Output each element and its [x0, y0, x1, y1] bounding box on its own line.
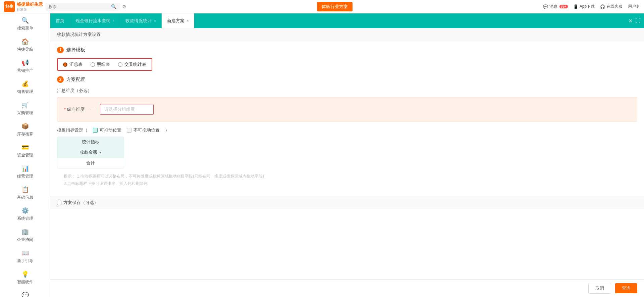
- tab-collection[interactable]: 收款情况统计 ×: [120, 13, 161, 28]
- tab-collection-close[interactable]: ×: [154, 19, 156, 23]
- user-label: 用户名: [628, 4, 640, 9]
- indicator-col: 统计指标 收款金额 ▾ 合计: [57, 137, 124, 168]
- sidebar-item-sales[interactable]: 💰 销售管理: [0, 77, 50, 98]
- tab-cashflow[interactable]: 现金银行流水查询 ×: [70, 13, 120, 28]
- no-drag-legend: 不可拖动位置: [127, 127, 160, 133]
- tab-cashflow-label: 现金银行流水查询: [75, 18, 110, 24]
- sidebar-item-label: 快捷导航: [17, 47, 33, 52]
- drag-legend: 可拖动位置: [93, 127, 121, 133]
- logo: 好生 畅捷通好生意 标准版: [4, 1, 43, 12]
- finance-icon: 💳: [21, 144, 29, 151]
- download-label: App下载: [580, 4, 595, 9]
- indicator-section: 模板指标设定（ 可拖动位置 不可拖动位置 ）: [57, 127, 637, 169]
- sidebar-item-marketing[interactable]: 📢 营销推广: [0, 56, 50, 77]
- page-header: 收款情况统计方案设置: [50, 28, 644, 41]
- sidebar-item-search[interactable]: 🔍 搜索菜单: [0, 13, 50, 35]
- sidebar-item-label: 库存核算: [17, 131, 33, 137]
- sidebar-item-label: 经营管理: [17, 174, 33, 179]
- tab-new-plan-close[interactable]: ×: [186, 19, 189, 23]
- tab-new-plan[interactable]: 新建方案 ×: [162, 13, 194, 28]
- collab-icon: 🏢: [21, 228, 29, 236]
- sidebar-item-guide[interactable]: 📖 新手引导: [0, 246, 50, 267]
- sidebar-item-label: 智能硬件: [17, 279, 33, 285]
- logo-sub: 标准版: [17, 7, 43, 12]
- search-input[interactable]: [49, 4, 111, 9]
- tab-collection-label: 收款情况统计: [125, 18, 152, 24]
- radio-cross-input[interactable]: [118, 62, 122, 67]
- sidebar-item-system[interactable]: ⚙️ 系统管理: [0, 204, 50, 225]
- indicator-setting-label: 模板指标设定（: [57, 127, 88, 133]
- page-header-title: 收款情况统计方案设置: [57, 32, 101, 37]
- sidebar-item-nav[interactable]: 🏠 快捷导航: [0, 35, 50, 56]
- radio-detail-input[interactable]: [91, 62, 95, 67]
- dimension-input[interactable]: 请选择分组维度: [100, 104, 154, 115]
- save-plan-label: 方案保存（可选）: [63, 200, 98, 206]
- search-box[interactable]: 🔍: [46, 3, 119, 10]
- sidebar-item-label: 新手引导: [17, 258, 33, 264]
- sidebar-item-inventory[interactable]: 📦 库存核算: [0, 119, 50, 140]
- sidebar-item-label: 搜索菜单: [17, 26, 33, 31]
- indicator-subrow: 合计: [57, 158, 124, 168]
- tip-line2: 2.点击标题栏下拉可设置排序、插入列和删除列: [64, 180, 631, 188]
- radio-cross[interactable]: 交叉统计表: [118, 61, 146, 67]
- tab-maximize-icon[interactable]: ⛶: [635, 18, 641, 24]
- tab-bar-right: ✕ ⛶: [628, 18, 644, 24]
- top-center: 体验行业方案: [129, 2, 540, 11]
- step1-title: 1 选择模板: [57, 47, 637, 53]
- tips-section: 提示： 1.拖动标题栏可以调整布局，不可跨维度或指标区域拖动栏目字段(只能在同一…: [57, 169, 637, 191]
- dimension-area: * 纵向维度 — 请选择分组维度: [57, 97, 637, 122]
- drag-box-icon: [93, 128, 98, 133]
- industry-button[interactable]: 体验行业方案: [317, 2, 353, 11]
- tab-bar: 首页 现金银行流水查询 × 收款情况统计 × 新建方案 × ✕ ⛶: [50, 13, 644, 28]
- radio-summary-label: 汇总表: [69, 61, 83, 67]
- required-star: *: [64, 107, 67, 112]
- indicator-table: 统计指标 收款金额 ▾ 合计: [57, 137, 124, 168]
- sidebar-item-hardware[interactable]: 💡 智能硬件: [0, 267, 50, 288]
- sidebar-item-management[interactable]: 📊 经营管理: [0, 161, 50, 183]
- sidebar-item-wechat[interactable]: 💬 企业微信: [0, 288, 50, 297]
- logo-text: 畅捷通好生意: [17, 1, 43, 7]
- service-item[interactable]: 🎧 在线客服: [600, 4, 623, 9]
- indicator-dropdown-icon[interactable]: ▾: [99, 150, 101, 155]
- save-plan-checkbox[interactable]: [57, 201, 61, 205]
- vertical-label: * 纵向维度: [64, 106, 85, 112]
- indicator-cell-amount[interactable]: 收款金额 ▾: [57, 147, 124, 158]
- sidebar-item-collab[interactable]: 🏢 企业协同: [0, 225, 50, 246]
- tab-cashflow-close[interactable]: ×: [112, 19, 114, 23]
- template-radio-group: 汇总表 明细表 交叉统计表: [57, 58, 152, 71]
- radio-detail[interactable]: 明细表: [91, 61, 110, 67]
- sidebar-item-finance[interactable]: 💳 资金管理: [0, 140, 50, 161]
- save-plan-checkbox-label[interactable]: 方案保存（可选）: [57, 200, 98, 206]
- tab-close-all-icon[interactable]: ✕: [628, 18, 633, 24]
- download-icon: 📱: [573, 4, 578, 9]
- indicator-setting-end: ）: [165, 127, 169, 133]
- sidebar-item-label: 企业协同: [17, 237, 33, 243]
- cancel-button[interactable]: 取消: [588, 283, 611, 294]
- search-icon: 🔍: [111, 4, 116, 9]
- user-item[interactable]: 用户名: [628, 4, 640, 9]
- purchase-icon: 🛒: [21, 101, 29, 109]
- message-item[interactable]: 💬 消息 99+: [543, 4, 568, 9]
- message-icon: 💬: [543, 4, 548, 9]
- drag-label: 可拖动位置: [100, 127, 121, 133]
- marketing-icon: 📢: [21, 59, 29, 66]
- radio-detail-label: 明细表: [97, 61, 110, 67]
- radio-summary-input[interactable]: [63, 62, 67, 67]
- step2-label: 方案配置: [66, 77, 85, 83]
- download-item[interactable]: 📱 App下载: [573, 4, 595, 9]
- action-bar: 取消 查询: [50, 279, 644, 297]
- main-layout: 🔍 搜索菜单 🏠 快捷导航 📢 营销推广 💰 销售管理 🛒 采购管理 📦 库存核…: [0, 13, 644, 297]
- dimension-row: * 纵向维度 — 请选择分组维度: [64, 104, 630, 115]
- dimension-arrow: —: [90, 107, 95, 112]
- indicator-col-name: 收款金额: [80, 149, 97, 155]
- tab-home[interactable]: 首页: [50, 13, 70, 28]
- sidebar-item-label: 采购管理: [17, 110, 33, 116]
- message-label: 消息: [549, 4, 557, 9]
- gear-icon[interactable]: ⚙: [122, 4, 126, 9]
- sidebar: 🔍 搜索菜单 🏠 快捷导航 📢 营销推广 💰 销售管理 🛒 采购管理 📦 库存核…: [0, 13, 50, 297]
- radio-summary[interactable]: 汇总表: [63, 61, 83, 67]
- sidebar-item-purchase[interactable]: 🛒 采购管理: [0, 98, 50, 119]
- logo-icon: 好生: [4, 1, 15, 12]
- sidebar-item-basic[interactable]: 📋 基础信息: [0, 183, 50, 204]
- query-button[interactable]: 查询: [615, 283, 637, 293]
